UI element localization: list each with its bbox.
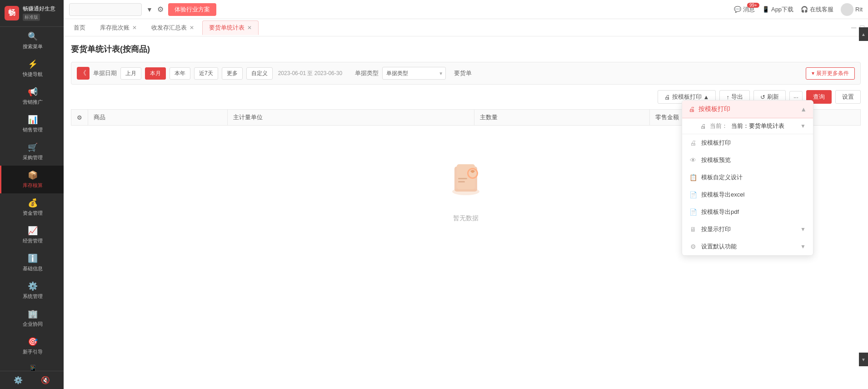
- export-pdf-icon: 📄: [689, 208, 697, 216]
- date-range-display: 2023-06-01 至 2023-06-30: [278, 70, 342, 77]
- scroll-up-btn[interactable]: ▲: [859, 27, 868, 41]
- app-download-nav-item[interactable]: 📱 App下载: [762, 5, 793, 14]
- message-badge: 99+: [747, 3, 759, 8]
- finance-icon: 💰: [28, 198, 38, 208]
- tab-home[interactable]: 首页: [67, 21, 92, 35]
- enterprise-label: 企业协同: [23, 321, 43, 328]
- refresh-icon: ↺: [760, 94, 765, 101]
- display-print-item[interactable]: 🖥 按显示打印 ▼: [682, 221, 813, 238]
- print-template-arrow-up: ▲: [703, 94, 709, 101]
- app-icon: 📱: [762, 6, 769, 13]
- trial-industry-btn[interactable]: 体验行业方案: [168, 3, 216, 16]
- template-preview-icon: 👁: [689, 157, 697, 164]
- print-dropdown-title-label: 按模板打印: [698, 105, 730, 113]
- page-inner: 要货单统计表(按商品) 《 单据日期 上月 本月 本年 近7天 更多 自定义 2…: [64, 36, 868, 389]
- expand-more-btn[interactable]: ▾ 展开更多条件: [806, 67, 855, 80]
- shortcut-label: 快捷导航: [23, 71, 43, 78]
- tab-inventory-batch[interactable]: 库存批次账 ✕: [94, 21, 143, 35]
- date-this-year-btn[interactable]: 本年: [170, 67, 190, 80]
- filter-bar: 《 单据日期 上月 本月 本年 近7天 更多 自定义 2023-06-01 至 …: [71, 62, 861, 85]
- basic-icon: ℹ️: [28, 253, 38, 263]
- app-name: 畅赚通好生意: [23, 5, 55, 13]
- inventory-icon: 📦: [28, 170, 38, 180]
- sidebar-item-marketing[interactable]: 📢 营销推广: [0, 82, 64, 110]
- printer-icon: 🖨: [688, 106, 695, 113]
- date-label: 单据日期: [93, 69, 117, 77]
- tab-receipt-summary[interactable]: 收发存汇总表 ✕: [145, 21, 200, 35]
- sidebar-item-newbie[interactable]: 🎯 新手引导: [0, 332, 64, 360]
- svg-rect-6: [458, 181, 465, 182]
- template-print-item[interactable]: 🖨 按模板打印: [682, 134, 813, 152]
- tab-receipt-summary-label: 收发存汇总表: [151, 24, 187, 32]
- print-dropdown-close-btn[interactable]: ▲: [800, 106, 807, 113]
- header-gear-icon[interactable]: ⚙: [157, 5, 164, 14]
- template-export-excel-label: 按模板导出excel: [701, 191, 744, 199]
- current-arrow-icon: ▼: [800, 123, 806, 129]
- sidebar-item-system[interactable]: ⚙️ 系统管理: [0, 277, 64, 304]
- template-custom-design-item[interactable]: 📋 模板自定义设计: [682, 169, 813, 186]
- date-custom-btn[interactable]: 自定义: [246, 67, 273, 80]
- message-icon: 💬: [734, 6, 741, 13]
- date-last-month-btn[interactable]: 上月: [120, 67, 141, 80]
- filter-expand-btn[interactable]: 《: [77, 67, 90, 80]
- set-default-label: 设置默认功能: [701, 242, 737, 251]
- template-print-label: 按模板打印: [701, 139, 731, 147]
- user-avatar-area[interactable]: Rit: [841, 3, 863, 16]
- date-7days-btn[interactable]: 近7天: [194, 67, 218, 80]
- type-select[interactable]: 单据类型: [382, 67, 446, 80]
- purchase-label: 采购管理: [23, 154, 43, 161]
- system-label: 系统管理: [23, 293, 43, 300]
- sidebar-item-sales[interactable]: 📊 销售管理: [0, 110, 64, 138]
- expand-more-label: 展开更多条件: [816, 70, 849, 77]
- template-export-excel-item[interactable]: 📄 按模板导出excel: [682, 186, 813, 203]
- apps-icon: 📱: [28, 364, 38, 371]
- username-label: Rit: [855, 6, 863, 13]
- date-this-month-btn[interactable]: 本月: [145, 67, 166, 80]
- tab-inventory-batch-close[interactable]: ✕: [132, 25, 137, 31]
- app-download-label: App下载: [771, 5, 793, 14]
- sidebar-item-inventory[interactable]: 📦 库存核算: [0, 166, 64, 193]
- tabs-bar: 首页 库存批次账 ✕ 收发存汇总表 ✕ 要货单统计表 ✕ ─ □: [64, 19, 868, 36]
- inventory-label: 库存核算: [23, 182, 43, 189]
- messages-nav-item[interactable]: 💬 消息 99+: [734, 5, 755, 14]
- print-dropdown-title: 🖨 按模板打印: [688, 105, 730, 113]
- header-search-input[interactable]: [69, 3, 142, 16]
- tab-requisition-stats-close[interactable]: ✕: [247, 25, 252, 31]
- col-settings[interactable]: ⚙: [71, 110, 88, 126]
- sales-icon: 📊: [28, 115, 38, 125]
- sidebar-item-search[interactable]: 🔍 搜索菜单: [0, 27, 64, 55]
- type-label: 单据类型: [355, 69, 379, 77]
- sidebar-item-operations[interactable]: 📈 经营管理: [0, 221, 64, 249]
- purchase-icon: 🛒: [28, 142, 38, 152]
- sidebar-nav: 🔍 搜索菜单 ⚡ 快捷导航 📢 营销推广 📊 销售管理 🛒 采购管理 📦 库存核…: [0, 27, 64, 371]
- sidebar-item-apps[interactable]: 📱 应用中心: [0, 360, 64, 371]
- tab-requisition-stats[interactable]: 要货单统计表 ✕: [202, 20, 259, 35]
- tab-receipt-summary-close[interactable]: ✕: [190, 25, 194, 31]
- svg-rect-5: [458, 178, 467, 179]
- sidebar-item-finance[interactable]: 💰 资金管理: [0, 193, 64, 221]
- mute-icon[interactable]: 🔇: [41, 376, 50, 384]
- sidebar-item-purchase[interactable]: 🛒 采购管理: [0, 138, 64, 166]
- settings-btn[interactable]: 设置: [835, 90, 861, 104]
- template-custom-icon: 📋: [689, 174, 697, 181]
- scroll-down-btn[interactable]: ▼: [859, 353, 868, 366]
- print-dropdown-current[interactable]: 🖨 当前： 当前：要货单统计表 ▼: [682, 118, 813, 134]
- page-content: 要货单统计表(按商品) 《 单据日期 上月 本月 本年 近7天 更多 自定义 2…: [64, 36, 868, 389]
- minimize-icon[interactable]: ─: [851, 24, 856, 32]
- sidebar-item-enterprise[interactable]: 🏢 企业协同: [0, 304, 64, 332]
- sidebar-item-shortcut[interactable]: ⚡ 快捷导航: [0, 55, 64, 82]
- newbie-label: 新手引导: [23, 349, 43, 355]
- template-preview-item[interactable]: 👁 按模板预览: [682, 152, 813, 169]
- basic-label: 基础信息: [23, 265, 43, 272]
- dropdown-icon[interactable]: ▼: [146, 6, 153, 13]
- operations-label: 经营管理: [23, 237, 43, 244]
- template-export-pdf-item[interactable]: 📄 按模板导出pdf: [682, 203, 813, 221]
- export-icon: ↑: [726, 94, 729, 101]
- online-service-nav-item[interactable]: 🎧 在线客服: [801, 5, 833, 14]
- display-print-icon: 🖥: [689, 226, 697, 233]
- date-more-btn[interactable]: 更多: [222, 67, 243, 80]
- page-title: 要货单统计表(按商品): [71, 44, 150, 55]
- set-default-item[interactable]: ⚙ 设置默认功能 ▼: [682, 238, 813, 255]
- settings-icon[interactable]: ⚙️: [14, 376, 23, 384]
- sidebar-item-basic[interactable]: ℹ️ 基础信息: [0, 249, 64, 277]
